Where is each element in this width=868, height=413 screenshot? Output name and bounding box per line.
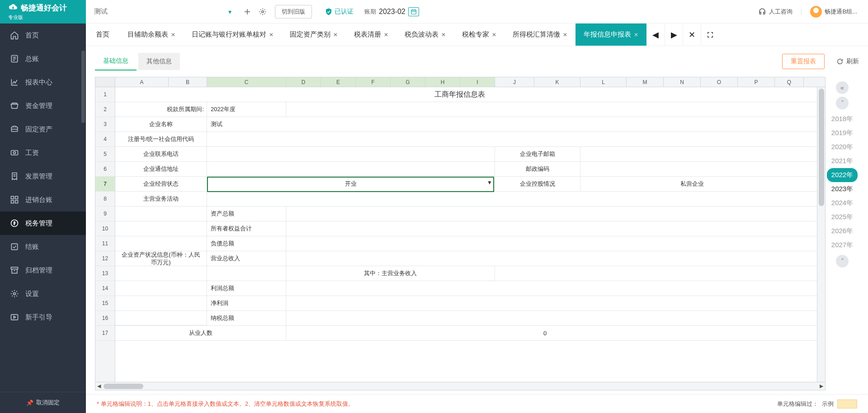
tab[interactable]: 固定资产类别✕	[282, 23, 346, 46]
label[interactable]: 所有者权益合计	[207, 221, 286, 236]
sidebar-item-tax[interactable]: 税务管理	[0, 211, 86, 235]
close-icon[interactable]: ✕	[634, 32, 638, 38]
year-option[interactable]: 2022年	[827, 168, 858, 182]
label[interactable]: 税款所属期间:	[115, 102, 207, 117]
cell[interactable]	[286, 296, 804, 310]
cell[interactable]	[207, 162, 495, 176]
close-icon[interactable]: ✕	[492, 32, 496, 38]
tab-home[interactable]: 首页	[86, 30, 119, 39]
tabs-prev[interactable]: ◀	[646, 23, 665, 46]
value[interactable]: 2022年度	[207, 102, 286, 117]
label[interactable]: 资产总额	[207, 206, 286, 221]
sidebar-item-ledger[interactable]: 总账	[0, 47, 86, 70]
row-header[interactable]: 5	[95, 147, 115, 162]
close-icon[interactable]: ✕	[441, 32, 446, 38]
col-header[interactable]: P	[738, 77, 775, 87]
row-header[interactable]: 3	[95, 117, 115, 132]
close-icon[interactable]: ✕	[333, 32, 338, 38]
sidebar-item-stock[interactable]: 进销台账	[0, 188, 86, 211]
label[interactable]: 企业电子邮箱	[495, 147, 580, 161]
row-header[interactable]: 4	[95, 132, 115, 147]
row-header[interactable]: 1	[95, 87, 115, 102]
sheet-hscroll[interactable]: ◀ ▶	[95, 382, 825, 390]
support-button[interactable]: 人工咨询	[758, 8, 793, 16]
reset-report-button[interactable]: 重置报表	[782, 54, 825, 69]
col-header[interactable]: N	[664, 77, 701, 87]
row-header[interactable]: 15	[95, 296, 115, 311]
label[interactable]: 利润总额	[207, 281, 286, 296]
cell[interactable]	[286, 102, 804, 117]
refresh-button[interactable]: 刷新	[836, 57, 859, 66]
label[interactable]: 企业通信地址	[115, 162, 207, 176]
year-option[interactable]: 2026年	[827, 224, 858, 238]
year-option[interactable]: 2019年	[827, 126, 858, 140]
row-header[interactable]: 11	[95, 236, 115, 251]
col-header[interactable]: G	[391, 77, 425, 87]
dropdown-cell[interactable]: 开业	[207, 177, 495, 191]
tabs-next[interactable]: ▶	[665, 23, 683, 46]
col-header[interactable]: I	[460, 77, 495, 87]
value[interactable]: 测试	[207, 117, 804, 131]
label[interactable]: 邮政编码	[495, 162, 580, 176]
col-header[interactable]: O	[701, 77, 738, 87]
sidebar-item-salary[interactable]: 工资	[0, 141, 86, 164]
year-down[interactable]: ˅	[836, 255, 849, 268]
calendar-icon[interactable]	[408, 7, 419, 16]
cell[interactable]	[495, 266, 804, 281]
spreadsheet[interactable]: ABCDEFGHIJKLMNOPQ 1234567891011121314151…	[95, 77, 826, 390]
year-up[interactable]: ˄	[836, 97, 849, 109]
close-icon[interactable]: ✕	[171, 32, 175, 38]
tab[interactable]: 年报信息申报表✕	[576, 23, 646, 46]
col-header[interactable]: H	[425, 77, 460, 87]
label[interactable]: 净利润	[207, 296, 286, 310]
row-header[interactable]: 6	[95, 162, 115, 177]
sidebar-item-home[interactable]: 首页	[0, 23, 86, 47]
cell[interactable]	[286, 251, 804, 266]
cell[interactable]	[286, 311, 804, 325]
sidebar-item-close-period[interactable]: 结账	[0, 235, 86, 258]
cell[interactable]	[286, 236, 804, 251]
tab[interactable]: 所得税汇算清缴✕	[505, 23, 576, 46]
label[interactable]: 其中：主营业务收入	[286, 266, 495, 281]
col-header[interactable]: F	[356, 77, 391, 87]
add-button[interactable]	[240, 4, 255, 19]
gear-icon[interactable]	[255, 4, 270, 19]
unpin-sidebar[interactable]: 📌 取消固定	[0, 392, 86, 413]
row-header[interactable]: 12	[95, 251, 115, 266]
sidebar-item-archive[interactable]: 归档管理	[0, 258, 86, 282]
year-option[interactable]: 2021年	[827, 154, 858, 168]
close-icon[interactable]: ✕	[563, 32, 567, 38]
year-option[interactable]: 2025年	[827, 210, 858, 224]
tab[interactable]: 税检专家✕	[454, 23, 505, 46]
label[interactable]: 注册号/统一社会信用代码	[115, 132, 207, 146]
value[interactable]: 0	[286, 326, 804, 340]
year-option[interactable]: 2027年	[827, 238, 858, 252]
sidebar-item-funds[interactable]: 资金管理	[0, 94, 86, 117]
cell[interactable]	[580, 147, 804, 161]
tab-close-all[interactable]: ✕	[683, 23, 701, 46]
col-header[interactable]: Q	[775, 77, 804, 87]
row-header[interactable]: 8	[95, 192, 115, 206]
row-header[interactable]: 10	[95, 221, 115, 236]
select-all-corner[interactable]	[95, 77, 115, 87]
cell[interactable]	[286, 206, 804, 221]
subtab-other[interactable]: 其他信息	[138, 53, 180, 70]
tab[interactable]: 目辅助余额表✕	[119, 23, 184, 46]
label[interactable]: 企业经营状态	[115, 177, 207, 191]
fullscreen-button[interactable]	[701, 23, 719, 46]
close-icon[interactable]: ✕	[384, 32, 388, 38]
col-header[interactable]: C	[207, 77, 286, 87]
label[interactable]: 纳税总额	[207, 311, 286, 325]
year-option[interactable]: 2023年	[827, 182, 858, 196]
col-header[interactable]: K	[534, 77, 580, 87]
close-icon[interactable]: ✕	[269, 32, 274, 38]
label[interactable]: 从业人数	[115, 326, 286, 340]
row-header[interactable]: 14	[95, 281, 115, 296]
col-header[interactable]: A	[115, 77, 169, 87]
col-header[interactable]: J	[495, 77, 534, 87]
col-header[interactable]: L	[580, 77, 627, 87]
label[interactable]: 主营业务活动	[115, 192, 207, 206]
cell[interactable]	[286, 221, 804, 236]
sidebar-item-invoice[interactable]: 发票管理	[0, 164, 86, 188]
label[interactable]: 企业名称	[115, 117, 207, 131]
